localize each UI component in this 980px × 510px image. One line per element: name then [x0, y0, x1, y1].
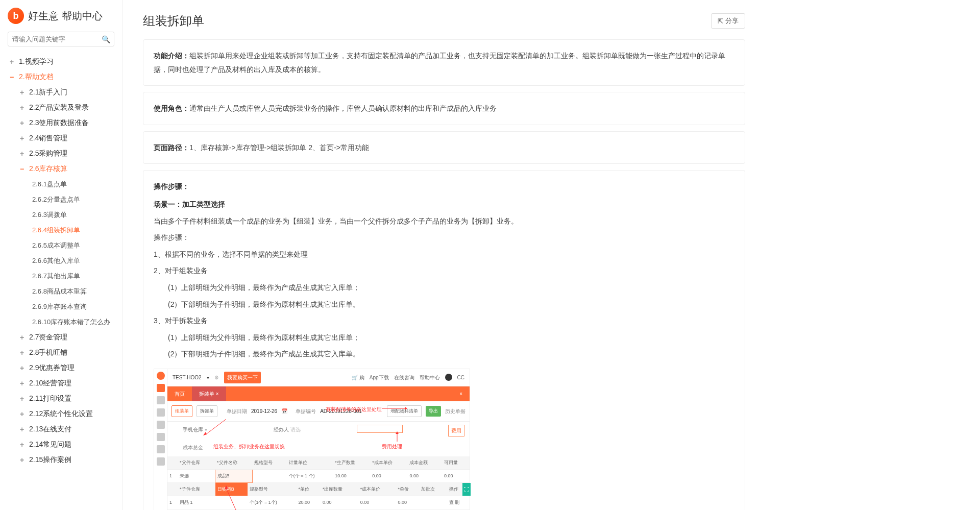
plus-icon: + [18, 150, 26, 158]
nav-2-2[interactable]: +2.2产品安装及登录 [8, 100, 122, 115]
ss-date-label: 单据日期 [227, 406, 247, 416]
ss-nav-icon [157, 396, 165, 404]
ss-company: TEST-HOO2 [173, 373, 202, 382]
intro-card: 功能介绍：组装拆卸单用来处理企业组装或拆卸等加工业务，支持有固定装配清单的产品加… [143, 39, 745, 86]
ss-logo-icon [157, 372, 165, 380]
plus-icon: + [18, 349, 26, 357]
nav-2-12[interactable]: +2.12系统个性化设置 [8, 406, 122, 422]
plus-icon: + [18, 364, 26, 372]
nav-2-6-2[interactable]: 2.6.2分量盘点单 [8, 192, 122, 207]
ss-online: 在线咨询 [394, 373, 414, 382]
svg-line-2 [206, 419, 226, 434]
page-header: 组装拆卸单 ⇱ 分享 [143, 13, 745, 29]
nav-2-6-8[interactable]: 2.6.8商品成本重算 [8, 284, 122, 299]
ss-radio-assemble: 组装单 [172, 405, 192, 417]
ss-fee-btn: 费用 [448, 425, 464, 436]
ss-nav-icon [157, 457, 165, 466]
nav-2-6-3[interactable]: 2.6.3调拨单 [8, 207, 122, 223]
role-label: 使用角色： [154, 104, 189, 112]
nav-2-8[interactable]: +2.8手机旺铺 [8, 345, 122, 360]
main-content: 组装拆卸单 ⇱ 分享 功能介绍：组装拆卸单用来处理企业组装或拆卸等加工业务，支持… [122, 0, 766, 510]
sidebar: b 好生意 帮助中心 🔍 +1.视频学习 −2.帮助文档 +2.1新手入门 +2… [0, 0, 122, 510]
plus-icon: + [18, 119, 26, 127]
plus-icon: + [18, 456, 26, 464]
avatar-icon [445, 374, 452, 381]
chevron-down-icon: ▾ [207, 373, 209, 382]
step-2-2: (2）下部明细为子件明细，最终作为原材料生成其它出库单。 [154, 298, 734, 311]
nav-2-13[interactable]: +2.13在线支付 [8, 422, 122, 437]
nav-list: +1.视频学习 −2.帮助文档 +2.1新手入门 +2.2产品安装及登录 +2.… [8, 54, 122, 468]
ss-cart: 🛒 购 [352, 373, 364, 382]
scene-title: 场景一：加工类型选择 [154, 200, 225, 208]
steps-sub: 操作步骤： [154, 231, 734, 245]
ss-child-table: *子件仓库日物料B规格型号*单位*出库数量*成本单价*单价加批次操作 1用品 1… [167, 483, 470, 510]
ss-body: TEST-HOO2 ▾ ⚙ 我要购买一下 🛒 购 App下载 在线咨询 帮助中心 [154, 369, 470, 510]
gear-icon: ⚙ [214, 373, 219, 382]
nav-2-6-10[interactable]: 2.6.10库存账本错了怎么办 [8, 314, 122, 330]
plus-icon: + [18, 104, 26, 112]
plus-icon: + [18, 425, 26, 433]
ss-nav-icon [157, 421, 165, 429]
plus-icon: + [18, 441, 26, 449]
nav-2-1[interactable]: +2.1新手入门 [8, 85, 122, 100]
close-icon: × [452, 386, 470, 401]
ss-form-row: 手机仓库 ▾ 经办人 请选 费用 [167, 422, 470, 443]
ss-radio-disassemble: 拆卸单 [197, 405, 217, 417]
nav-2-6-1[interactable]: 2.6.1盘点单 [8, 177, 122, 192]
step-3-1: (1）上部明细为父件明细，最终作为原材料生成其它出库单； [154, 331, 734, 345]
nav-2-7[interactable]: +2.7资金管理 [8, 330, 122, 345]
nav-2-14[interactable]: +2.14常见问题 [8, 437, 122, 452]
nav-2-9[interactable]: +2.9优惠券管理 [8, 360, 122, 376]
nav-2-4[interactable]: +2.4销售管理 [8, 131, 122, 146]
minus-icon: − [18, 165, 26, 173]
ss-bom-btn: 增配物料清单 [387, 405, 422, 417]
step-2: 2、对于组装业务 [154, 264, 734, 278]
share-button[interactable]: ⇱ 分享 [711, 13, 745, 29]
ss-export: 导出 [426, 406, 441, 417]
ss-docno-label: 单据编号 [296, 406, 316, 416]
nav-2-6-9[interactable]: 2.6.9库存账本查询 [8, 299, 122, 314]
plus-icon: + [18, 379, 26, 387]
nav-2-6-6[interactable]: 2.6.6其他入库单 [8, 253, 122, 269]
nav-2-11[interactable]: +2.11打印设置 [8, 391, 122, 406]
ss-cost-row: 成本总金 组装业务、拆卸业务在这里切换 费用处理 [167, 443, 470, 456]
logo-area: b 好生意 帮助中心 [8, 8, 122, 24]
ss-parent-table: *父件仓库*父件名称规格型号计量单位*生产数量*成本单价成本金额可用量 1未选成… [167, 456, 470, 483]
plus-icon: + [18, 88, 26, 96]
ss-annot-3: 费用处理 [382, 442, 402, 451]
nav-2-3[interactable]: +2.3使用前数据准备 [8, 115, 122, 131]
page-title: 组装拆卸单 [143, 13, 204, 29]
minus-icon: − [8, 73, 16, 81]
nav-2-10[interactable]: +2.10经营管理 [8, 376, 122, 391]
nav-2-6-7[interactable]: 2.6.7其他出库单 [8, 269, 122, 284]
path-label: 页面路径： [154, 143, 189, 152]
nav-2-6-5[interactable]: 2.6.5成本调整单 [8, 238, 122, 253]
nav-2-15[interactable]: +2.15操作案例 [8, 452, 122, 468]
logo-text: 好生意 帮助中心 [28, 9, 103, 23]
nav-2-6-4[interactable]: 2.6.4组装拆卸单 [8, 223, 122, 238]
ss-nav-icon [157, 433, 165, 441]
nav-video[interactable]: +1.视频学习 [8, 54, 122, 69]
share-icon: ⇱ [718, 17, 723, 25]
ss-help: 帮助中心 [420, 373, 440, 382]
search-input[interactable] [8, 32, 114, 46]
plus-icon: + [8, 58, 16, 66]
ss-topbar: TEST-HOO2 ▾ ⚙ 我要购买一下 🛒 购 App下载 在线咨询 帮助中心 [167, 369, 470, 386]
ss-annot-2: 组装业务、拆卸业务在这里切换 [213, 442, 285, 451]
search-icon[interactable]: 🔍 [102, 35, 110, 43]
logo-icon: b [8, 8, 24, 24]
nav-2-5[interactable]: +2.5采购管理 [8, 146, 122, 161]
ss-input [357, 425, 403, 433]
plus-icon: + [18, 410, 26, 418]
ss-history: 历史单据 [445, 406, 465, 416]
expand-icon: ⛶ [462, 483, 471, 496]
nav-docs[interactable]: −2.帮助文档 [8, 69, 122, 85]
ss-tab-doc: 拆装单 × [192, 386, 226, 401]
scene-desc: 当由多个子件材料组装成一个成品的业务为【组装】业务，当由一个父件拆分成多个子产品… [154, 214, 734, 228]
step-3-2: (2）下部明细为子件明细，最终作为产成品生成其它入库单。 [154, 347, 734, 361]
step-1: 1、根据不同的业务，选择不同单据的类型来处理 [154, 248, 734, 261]
ss-buy-btn: 我要购买一下 [224, 372, 261, 383]
ss-user: CC [457, 373, 464, 382]
steps-title: 操作步骤： [154, 182, 189, 190]
nav-2-6[interactable]: −2.6库存核算 [8, 161, 122, 177]
